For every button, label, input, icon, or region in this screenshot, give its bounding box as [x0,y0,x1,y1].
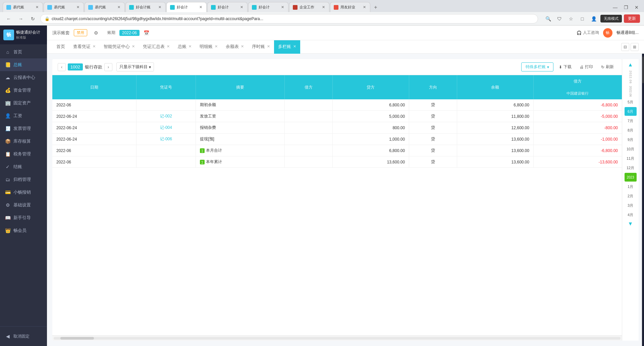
bottom-scrollbar[interactable] [52,335,622,341]
tab-smart-voucher-close[interactable]: ✕ [132,44,135,49]
tab-voucher-summary[interactable]: 凭证汇总表 ✕ [139,40,174,54]
tab-balance-table[interactable]: 余额表 ✕ [222,40,248,54]
tab-multi-column-close[interactable]: ✕ [293,44,296,49]
cal-month-2022-10[interactable]: 10月 [625,145,637,153]
special-multicolumn-button[interactable]: 特殊多栏账 ▾ [521,62,553,71]
sidebar-item-member[interactable]: 👑 畅会员 [0,224,47,237]
voucher-link-4[interactable]: 记-006 [160,137,172,141]
tab-voucher-view[interactable]: 查看凭证 ✕ [69,40,100,54]
tab-3[interactable]: 易代账 ✕ [85,2,125,12]
bookmark-icon[interactable]: ☆ [566,14,576,23]
calendar-scroll-up[interactable]: ▲ [625,60,637,69]
forward-button[interactable]: → [16,14,25,23]
user-avatar[interactable]: 畅 [603,28,612,38]
tab-7[interactable]: 好会计 ✕ [248,2,288,12]
calendar-scroll-down[interactable]: ▼ [625,219,637,228]
sidebar-item-invoice[interactable]: 🧾 发票管理 [0,122,47,135]
tab-expand-button[interactable]: ⊞ [631,43,639,51]
sidebar-item-home[interactable]: ⌂ 首页 [0,46,47,58]
demo-badge[interactable]: 禁用 [74,29,87,36]
tab-close-3[interactable]: ✕ [117,5,121,10]
tab-close-8[interactable]: ✕ [321,5,326,10]
tab-close-9[interactable]: ✕ [362,5,367,10]
tab-close-1[interactable]: ✕ [35,5,39,10]
cal-month-2022-07[interactable]: 7月 [625,116,637,125]
cal-month-2023-04[interactable]: 4月 [625,210,637,219]
unpin-button[interactable]: ◀ 取消固定 [0,330,47,343]
cal-month-2022-08[interactable]: 8月 [625,126,637,135]
sidebar-item-funds[interactable]: 💰 资金管理 [0,84,47,97]
sidebar-item-assets[interactable]: 🏢 固定资产 [0,97,47,109]
tab-detail-ledger-close[interactable]: ✕ [215,44,218,49]
tab-balance-table-close[interactable]: ✕ [241,44,244,49]
extension-icon[interactable]: □ [578,14,587,23]
cal-month-2023-03[interactable]: 3月 [625,201,637,210]
sidebar-item-expense[interactable]: 💳 小畅报销 [0,186,47,199]
sidebar-item-reports[interactable]: ☁ 云报表中心 [0,71,47,84]
account-icon[interactable]: 👤 [589,14,598,23]
tab-voucher-summary-close[interactable]: ✕ [167,44,170,49]
search-icon[interactable]: 🔍 [543,14,553,23]
voucher-link-2[interactable]: 记-002 [160,114,172,118]
tab-collapse-button[interactable]: ⊟ [621,43,629,51]
sidebar-item-tax[interactable]: 📋 税务管理 [0,148,47,160]
back-button[interactable]: ← [4,14,13,23]
tab-smart-voucher[interactable]: 智能凭证中心 ✕ [100,40,139,54]
tab-8[interactable]: 企业工作 ✕ [289,2,329,12]
tab-close-2[interactable]: ✕ [76,5,80,10]
sidebar-item-close[interactable]: ✓ 结账 [0,160,47,173]
cal-month-2023-01[interactable]: 1月 [625,182,637,191]
close-window-button[interactable]: ✕ [632,3,641,12]
cal-month-2022-05[interactable]: 5月 [625,98,637,106]
cal-month-2022-11[interactable]: 11月 [625,154,637,163]
tab-detail-ledger[interactable]: 明细账 ✕ [196,40,222,54]
tab-6[interactable]: 好会计 ✕ [207,2,248,12]
account-next-button[interactable]: › [104,63,112,71]
sidebar-item-inventory[interactable]: 📦 库存核算 [0,135,47,148]
tab-journal[interactable]: 序时账 ✕ [248,40,274,54]
settings-gear-icon[interactable]: ⚙ [91,28,101,38]
minimize-button[interactable]: — [610,3,620,12]
tab-journal-close[interactable]: ✕ [267,44,270,49]
shield-icon[interactable]: 🛡 [555,14,564,23]
new-tab-button[interactable]: + [371,3,380,12]
tab-voucher-view-close[interactable]: ✕ [93,44,96,49]
tab-close-5[interactable]: ✕ [199,5,203,10]
tab-general-ledger-close[interactable]: ✕ [189,44,192,49]
voucher-link-3[interactable]: 记-004 [160,125,172,130]
tab-close-6[interactable]: ✕ [239,5,244,10]
reload-button[interactable]: ↻ [28,14,38,23]
sidebar-item-settings[interactable]: ⚙ 基础设置 [0,199,47,211]
restore-button[interactable]: ❐ [621,3,631,12]
period-value[interactable]: 2022-06 [119,30,140,36]
cal-month-2022-09[interactable]: 9月 [625,135,637,144]
cal-month-2022-12[interactable]: 12月 [625,163,637,172]
tab-4[interactable]: 好会计账 ✕ [125,2,166,12]
tab-close-4[interactable]: ✕ [158,5,162,10]
incognito-button[interactable]: 无痕模式 [600,15,622,22]
tab-5[interactable]: 好会计 ✕ [166,2,207,12]
tab-1[interactable]: 易代账 ✕ [3,2,43,12]
tab-general-ledger[interactable]: 总账 ✕ [174,40,196,54]
customer-service-button[interactable]: 🎧 人工咨询 [577,30,599,36]
horizontal-scrollbar-thumb[interactable] [60,337,94,340]
cal-month-2022-06[interactable]: 6月 [625,107,637,116]
update-button[interactable]: 更新 [624,14,640,23]
refresh-button[interactable]: ↻ 刷新 [598,63,616,71]
download-button[interactable]: ⬇ 下载 [556,63,574,71]
sidebar-item-salary[interactable]: 👤 工资 [0,109,47,122]
tab-home[interactable]: 首页 [52,40,69,54]
account-prev-button[interactable]: ‹ [58,63,66,71]
tab-close-7[interactable]: ✕ [280,5,285,10]
print-button[interactable]: 🖨 打印 [577,63,596,71]
sidebar-item-ledger[interactable]: 📒 总账 [0,58,47,71]
filter-dropdown[interactable]: 只显示下级科目 ▾ [116,62,154,71]
tab-9[interactable]: 用友好业 ✕ [330,2,370,12]
sidebar-item-archive[interactable]: 🗂 归档管理 [0,173,47,186]
tab-multi-column[interactable]: 多栏账 ✕ [274,40,300,54]
sidebar-item-guide[interactable]: 📖 新手引导 [0,211,47,224]
cal-month-2023-02[interactable]: 2月 [625,192,637,200]
url-bar[interactable]: 🔒 cloud2.chanjet.com/accounting/uh26t264… [40,14,538,23]
tab-2[interactable]: 易代账 ✕ [44,2,84,12]
calendar-icon[interactable]: 📅 [144,30,149,36]
